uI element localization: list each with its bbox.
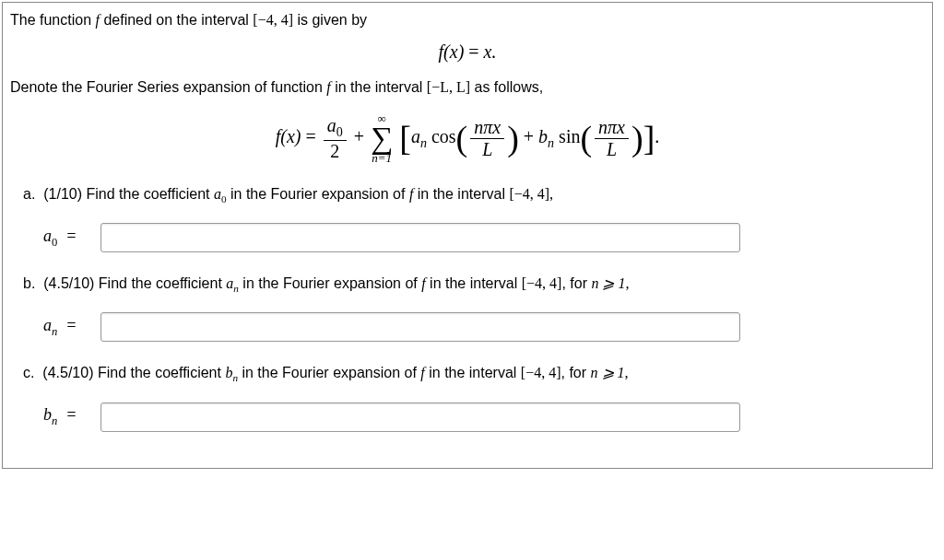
- answer-row-an: an =: [43, 312, 925, 342]
- answer-row-bn: bn =: [43, 402, 925, 432]
- text: Find the coefficient: [93, 365, 225, 380]
- plus: +: [519, 126, 538, 146]
- rparen: ): [507, 123, 519, 153]
- intro-text: The function f defined on the interval […: [10, 12, 925, 29]
- right-bracket: ]: [643, 123, 655, 153]
- coef: a0: [214, 186, 227, 202]
- condition: n ⩾ 1,: [591, 275, 629, 291]
- label: c.: [23, 365, 34, 380]
- an-label: an =: [43, 316, 91, 339]
- interval: [−4, 4]: [521, 365, 561, 380]
- lparen: (: [580, 123, 592, 153]
- text: in the Fourier expansion of: [239, 275, 421, 291]
- text: defined on the interval: [100, 12, 253, 28]
- rparen: ): [631, 123, 643, 153]
- frac-npix-L-2: nπxL: [595, 117, 629, 160]
- text: , for: [561, 365, 591, 380]
- part-c: c. (4.5/10) Find the coefficient bn in t…: [23, 364, 925, 431]
- part-b-text: b. (4.5/10) Find the coefficient an in t…: [23, 274, 925, 294]
- function-definition: f(x) = x.: [10, 41, 925, 63]
- left-bracket: [: [399, 123, 411, 153]
- eq: =: [301, 126, 320, 146]
- text: in the interval: [426, 275, 522, 291]
- cos: cos: [427, 126, 456, 146]
- period: .: [655, 126, 659, 146]
- label: a.: [23, 186, 35, 202]
- bn-label: bn =: [43, 405, 91, 428]
- summation: ∞ ∑ n=1: [371, 112, 393, 164]
- text: The function: [10, 12, 96, 28]
- text: Find the coefficient: [94, 275, 226, 291]
- fourier-series-formula: f(x) = a0 2 + ∞ ∑ n=1 [an cos(nπxL) + bn…: [10, 112, 925, 164]
- denote-text: Denote the Fourier Series expansion of f…: [10, 79, 925, 96]
- coef: an: [226, 275, 239, 291]
- interval: [−4, 4]: [522, 275, 562, 291]
- interval: [−4, 4]: [253, 12, 293, 28]
- frac-a0-2: a0 2: [324, 115, 347, 162]
- text: as follows,: [470, 79, 543, 95]
- rhs: x.: [484, 41, 497, 62]
- points: (1/10): [43, 186, 82, 202]
- text: is given by: [293, 12, 367, 28]
- text: Find the coefficient: [82, 186, 214, 202]
- label: b.: [23, 275, 35, 291]
- sin: sin: [554, 126, 580, 146]
- problem-container: The function f defined on the interval […: [2, 2, 933, 469]
- bn-input[interactable]: [100, 402, 740, 432]
- a0-input[interactable]: [100, 223, 740, 252]
- coef: bn: [225, 365, 238, 380]
- part-a-text: a. (1/10) Find the coefficient a0 in the…: [23, 186, 925, 204]
- frac-npix-L: nπxL: [470, 117, 504, 160]
- text: in the Fourier expansion of: [227, 186, 409, 202]
- an-input[interactable]: [100, 312, 740, 342]
- condition: n ⩾ 1,: [591, 365, 629, 380]
- text: in the interval: [331, 79, 427, 95]
- an: an: [411, 126, 427, 146]
- interval: [−4, 4],: [509, 186, 553, 202]
- bn: bn: [538, 126, 554, 146]
- text: Denote the Fourier Series expansion of f…: [10, 79, 326, 95]
- part-a: a. (1/10) Find the coefficient a0 in the…: [23, 186, 925, 252]
- text: , for: [561, 275, 591, 291]
- lparen: (: [456, 123, 468, 153]
- lhs: f(x): [276, 126, 301, 146]
- answer-row-a0: a0 =: [43, 223, 925, 252]
- lhs: f(x): [439, 41, 465, 62]
- eq: =: [464, 41, 483, 62]
- plus: +: [354, 126, 369, 146]
- part-b: b. (4.5/10) Find the coefficient an in t…: [23, 274, 925, 342]
- text: in the interval: [413, 186, 509, 202]
- text: in the Fourier expansion of: [238, 365, 420, 380]
- points: (4.5/10): [42, 365, 93, 380]
- interval: [−L, L]: [427, 79, 470, 95]
- a0-label: a0 =: [43, 227, 91, 250]
- text: in the interval: [425, 365, 521, 380]
- points: (4.5/10): [43, 275, 94, 291]
- part-c-text: c. (4.5/10) Find the coefficient bn in t…: [23, 364, 925, 383]
